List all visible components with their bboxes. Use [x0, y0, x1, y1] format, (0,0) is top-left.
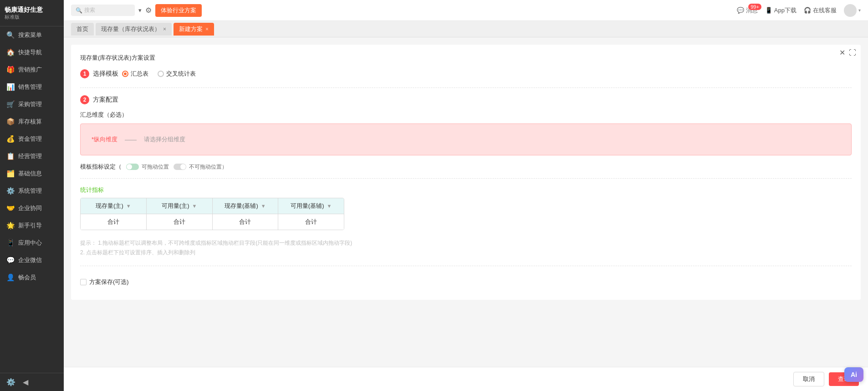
sidebar-item-inventory[interactable]: 📦 库存核算 — [0, 113, 64, 130]
user-menu[interactable]: ▾ — [844, 4, 861, 17]
chevron-down-icon: ▾ — [858, 8, 861, 13]
phone-icon: 📱 — [765, 7, 772, 14]
sidebar-item-label: 企业微信 — [18, 256, 42, 264]
stat-col-2-label: 现存量(基辅) — [225, 202, 258, 210]
new-guide-icon: 🌟 — [6, 221, 15, 230]
sidebar-item-label: 资金管理 — [18, 135, 42, 143]
stat-col-3: 可用量(基辅) ▼ — [278, 198, 344, 214]
ai-button[interactable]: Ai — [844, 367, 863, 382]
app-download-link[interactable]: 📱 App下载 — [765, 6, 797, 15]
stat-col-1-header[interactable]: 可用量(主) ▼ — [147, 198, 212, 214]
toggle-non-draggable[interactable]: 不可拖动位置） — [174, 163, 227, 171]
tab-home-label: 首页 — [77, 25, 88, 33]
section-divider — [80, 87, 852, 88]
radio-cross[interactable]: 交叉统计表 — [158, 70, 196, 78]
stat-body-1: 合计 — [147, 214, 212, 230]
sidebar-item-cooperation[interactable]: 🤝 企业协同 — [0, 200, 64, 217]
stat-col-1: 可用量(主) ▼ — [147, 198, 213, 214]
toggle-draggable[interactable]: 可拖动位置 — [126, 163, 169, 171]
tips-section: 提示： 1.拖动标题栏可以调整布局，不可跨维度或指标区域拖动栏目字段(只能在同一… — [80, 239, 852, 257]
settings-icon[interactable]: ⚙️ — [6, 378, 15, 386]
members-icon: 👤 — [6, 273, 15, 282]
tab-inventory-status[interactable]: 现存量（库存状况表） × — [96, 23, 172, 36]
industry-plan-button[interactable]: 体验行业方案 — [155, 4, 202, 17]
sidebar-item-quick-nav[interactable]: 🏠 快捷导航 — [0, 44, 64, 61]
online-service-link[interactable]: 🎧 在线客服 — [804, 6, 837, 15]
sidebar-item-label: 新手引导 — [18, 221, 42, 230]
step1-badge: 1 — [80, 69, 89, 78]
app-name: 畅康通好生意 — [5, 5, 59, 14]
dimension-box[interactable]: *纵向维度 —— 请选择分组维度 — [80, 123, 852, 155]
bell-icon: 💬 — [737, 7, 744, 14]
sidebar-logo: 畅康通好生意 标准版 — [0, 0, 64, 26]
sidebar-item-new-guide[interactable]: 🌟 新手引导 — [0, 217, 64, 234]
sidebar-item-members[interactable]: 👤 畅会员 — [0, 269, 64, 286]
settings-panel: ✕ ⛶ 现存量(库存状况表)方案设置 1 选择模板 汇总表 — [71, 45, 861, 300]
notification-bell[interactable]: 💬 消息 99+ — [737, 6, 758, 15]
avatar — [844, 4, 857, 17]
online-service-label: 在线客服 — [813, 6, 837, 15]
cancel-button[interactable]: 取消 — [793, 372, 824, 386]
radio-summary-dot — [122, 71, 128, 77]
panel-close-button[interactable]: ✕ — [839, 48, 845, 57]
stat-body-col-1: 合计 — [147, 214, 213, 230]
topbar-dropdown-button[interactable]: ▾ — [138, 7, 142, 14]
stat-table-header-row: 现存量(主) ▼ 可用量(主) ▼ 现存量(基辅 — [81, 198, 344, 214]
stat-col-2-header[interactable]: 现存量(基辅) ▼ — [213, 198, 278, 214]
basic-info-icon: 🗂️ — [6, 170, 15, 178]
tab-new-plan-close-icon[interactable]: × — [205, 26, 209, 32]
search-text: 搜索 — [84, 6, 95, 14]
sidebar-item-wechat[interactable]: 💬 企业微信 — [0, 252, 64, 269]
stat-col-0: 现存量(主) ▼ — [81, 198, 147, 214]
sidebar-item-sales[interactable]: 📊 销售管理 — [0, 78, 64, 96]
stat-body-3: 合计 — [278, 214, 344, 230]
sidebar-bottom: ⚙️ ◀ — [0, 373, 64, 391]
radio-summary-label: 汇总表 — [131, 70, 148, 78]
tab-home[interactable]: 首页 — [71, 23, 94, 36]
stat-body-0: 合计 — [81, 214, 146, 230]
wechat-icon: 💬 — [6, 256, 15, 264]
tab-new-plan[interactable]: 新建方案 × — [174, 23, 214, 36]
toggle-draggable-box[interactable] — [126, 164, 139, 170]
indicator-settings-row: 模板指标设定（ 可拖动位置 不可拖动位置） — [80, 163, 852, 171]
statistics-table: 现存量(主) ▼ 可用量(主) ▼ 现存量(基辅 — [80, 198, 344, 230]
sidebar-item-label: 基础信息 — [18, 170, 42, 178]
stat-col-0-header[interactable]: 现存量(主) ▼ — [81, 198, 146, 214]
panel-controls: ✕ ⛶ — [839, 48, 856, 57]
sidebar-item-label: 企业协同 — [18, 204, 42, 212]
tip-2: 2. 点击标题栏下拉可设置排序、插入列和删除列 — [80, 249, 852, 257]
sidebar-item-search-menu[interactable]: 🔍 搜索菜单 — [0, 26, 64, 44]
sidebar-item-basic-info[interactable]: 🗂️ 基础信息 — [0, 165, 64, 182]
sidebar-item-app-center[interactable]: 📱 应用中心 — [0, 234, 64, 252]
radio-summary[interactable]: 汇总表 — [122, 70, 148, 78]
chevron-down-icon-3: ▼ — [327, 203, 332, 209]
panel-expand-button[interactable]: ⛶ — [849, 48, 856, 57]
sidebar-item-system[interactable]: ⚙️ 系统管理 — [0, 182, 64, 200]
action-bar: 取消 查询 — [64, 367, 868, 391]
collapse-icon[interactable]: ◀ — [23, 378, 28, 386]
section-plan-config: 2 方案配置 汇总维度（必选） *纵向维度 —— 请选择分组维度 模板指标设定（… — [80, 95, 852, 257]
app-download-label: App下载 — [774, 6, 797, 15]
save-checkbox[interactable] — [80, 279, 87, 285]
template-radio-group: 汇总表 交叉统计表 — [122, 70, 196, 78]
cooperation-icon: 🤝 — [6, 204, 15, 212]
operations-icon: 📋 — [6, 152, 15, 160]
topbar-search[interactable]: 🔍 搜索 — [71, 5, 135, 16]
tab-inventory-close-icon[interactable]: × — [163, 26, 166, 32]
sidebar-item-purchase[interactable]: 🛒 采购管理 — [0, 96, 64, 113]
sidebar-item-label: 营销推广 — [18, 66, 42, 74]
sidebar-item-operations[interactable]: 📋 经营管理 — [0, 148, 64, 165]
marketing-icon: 🎁 — [6, 66, 15, 74]
toggle-non-draggable-box[interactable] — [174, 164, 186, 170]
gear-icon[interactable]: ⚙ — [145, 6, 152, 15]
sidebar-item-finance[interactable]: 💰 资金管理 — [0, 130, 64, 148]
section1-header: 1 选择模板 汇总表 交叉统计表 — [80, 69, 852, 78]
stat-col-1-label: 可用量(主) — [162, 202, 189, 210]
topbar-left: 🔍 搜索 ▾ ⚙ 体验行业方案 — [71, 4, 732, 17]
stat-body-col-3: 合计 — [278, 214, 344, 230]
stat-col-3-header[interactable]: 可用量(基辅) ▼ — [278, 198, 344, 214]
sidebar-item-label: 销售管理 — [18, 83, 42, 91]
sidebar-item-marketing[interactable]: 🎁 营销推广 — [0, 61, 64, 78]
sidebar-item-label: 系统管理 — [18, 187, 42, 195]
purchase-icon: 🛒 — [6, 100, 15, 108]
